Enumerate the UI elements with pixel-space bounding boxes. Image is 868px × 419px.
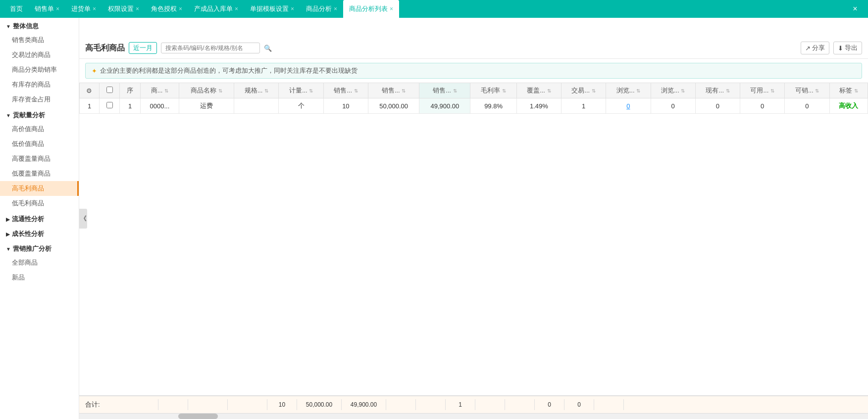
sidebar-item-low-coverage[interactable]: 低覆盖量商品	[0, 166, 79, 181]
cell-salecost: 49,900.00	[419, 98, 470, 114]
col-settings[interactable]: ⚙	[80, 83, 100, 98]
header-actions: ↗ 分享 ⬇ 导出	[801, 42, 862, 54]
sidebar-group-flow[interactable]: ▶ 流通性分析	[0, 211, 79, 226]
col-spec[interactable]: 规格... ⇅	[234, 83, 279, 98]
footer-empty1	[139, 399, 158, 410]
col-saleqty[interactable]: 销售... ⇅	[323, 83, 368, 98]
nav-analysis-close[interactable]: ×	[334, 5, 337, 12]
nav-template[interactable]: 单据模板设置 ×	[244, 0, 300, 18]
nav-template-close[interactable]: ×	[291, 5, 294, 12]
nav-sales-close[interactable]: ×	[56, 5, 59, 12]
col-code[interactable]: 商... ⇅	[140, 83, 179, 98]
col-salecost[interactable]: 销售... ⇅	[419, 83, 470, 98]
col-unit[interactable]: 计量... ⇅	[279, 83, 323, 98]
arrow-marketing: ▼	[6, 246, 11, 252]
sidebar-group-marketing[interactable]: ▼ 营销推广分析	[0, 240, 79, 255]
cell-spec	[234, 98, 279, 114]
cell-browse2: 0	[651, 98, 695, 114]
col-sale-stock[interactable]: 可销... ⇅	[785, 83, 829, 98]
sidebar-group-overall[interactable]: ▼ 整体信息	[0, 18, 79, 33]
search-button[interactable]: 🔍	[264, 44, 272, 52]
sidebar-item-new-goods[interactable]: 新品	[0, 270, 79, 285]
table-wrapper: ⚙ 序 商... ⇅ 商品名称 ⇅ 规格... ⇅ 计量... ⇅ 销售... …	[79, 83, 868, 395]
nav-permission[interactable]: 权限设置 ×	[102, 0, 145, 18]
bottom-scrollbar[interactable]	[79, 413, 868, 419]
data-table: ⚙ 序 商... ⇅ 商品名称 ⇅ 规格... ⇅ 计量... ⇅ 销售... …	[79, 83, 868, 114]
cell-browse1[interactable]: 0	[606, 98, 651, 114]
sidebar-collapse-btn[interactable]: 《	[79, 209, 87, 229]
sidebar-item-sales-goods[interactable]: 销售类商品	[0, 33, 79, 47]
footer-sale-stock	[594, 399, 624, 410]
sidebar-item-high-value[interactable]: 高价值商品	[0, 122, 79, 137]
footer-browse2	[505, 399, 535, 410]
sidebar-item-category-rate[interactable]: 商品分类助销率	[0, 62, 79, 77]
nav-home[interactable]: 首页	[4, 0, 29, 18]
nav-analysis-list-close[interactable]: ×	[390, 5, 393, 12]
cell-checkbox[interactable]	[99, 98, 119, 114]
sidebar-item-high-gross[interactable]: 高毛利商品	[0, 181, 79, 196]
cell-sale-stock: 0	[785, 98, 829, 114]
col-grossrate[interactable]: 毛利率 ⇅	[470, 83, 516, 98]
footer-avail-stock: 0	[564, 399, 594, 410]
nav-product-analysis[interactable]: 商品分析 ×	[300, 0, 343, 18]
sidebar-item-all-goods[interactable]: 全部商品	[0, 255, 79, 270]
footer-saleamt: 50,000.00	[297, 399, 342, 410]
footer-totals: 合计: 10 50,000.00 49,900.00 1 0 0	[79, 395, 868, 413]
export-button[interactable]: ⬇ 导出	[833, 42, 862, 54]
sidebar-item-high-coverage[interactable]: 高覆盖量商品	[0, 151, 79, 166]
nav-analysis-list[interactable]: 商品分析列表 ×	[343, 0, 399, 18]
export-icon: ⬇	[838, 45, 843, 52]
nav-role[interactable]: 角色授权 ×	[145, 0, 188, 18]
sidebar-item-stock-capital[interactable]: 库存资金占用	[0, 92, 79, 107]
info-icon: ✦	[92, 67, 97, 75]
col-tag[interactable]: 标签 ⇅	[829, 83, 868, 98]
sidebar-item-low-gross[interactable]: 低毛利商品	[0, 196, 79, 211]
nav-purchase[interactable]: 进货单 ×	[65, 0, 102, 18]
col-name[interactable]: 商品名称 ⇅	[179, 83, 234, 98]
nav-sales[interactable]: 销售单 ×	[29, 0, 65, 18]
nav-role-close[interactable]: ×	[179, 5, 182, 12]
page-title: 高毛利商品	[85, 43, 125, 53]
footer-salecost: 49,900.00	[342, 399, 386, 410]
sidebar-group-contribution[interactable]: ▼ 贡献量分析	[0, 107, 79, 122]
col-browse1[interactable]: 浏览... ⇅	[606, 83, 651, 98]
table-row: 1 1 0000... 运费 个 10 50,000.00 49,900.00 …	[80, 98, 868, 114]
col-current-stock[interactable]: 现有... ⇅	[695, 83, 740, 98]
sidebar-item-traded-goods[interactable]: 交易过的商品	[0, 47, 79, 62]
share-icon: ↗	[805, 45, 811, 52]
nav-product-in[interactable]: 产成品入库单 ×	[188, 0, 244, 18]
select-all-checkbox[interactable]	[106, 87, 113, 93]
sidebar: ▼ 整体信息 销售类商品 交易过的商品 商品分类助销率 有库存的商品 库存资金占…	[0, 18, 79, 419]
arrow-overall: ▼	[6, 24, 11, 29]
col-trade[interactable]: 交易... ⇅	[561, 83, 606, 98]
arrow-flow: ▶	[6, 217, 10, 222]
search-input[interactable]	[161, 43, 260, 53]
footer-label: 合计:	[79, 400, 139, 409]
sidebar-group-growth[interactable]: ▶ 成长性分析	[0, 226, 79, 240]
col-checkbox[interactable]	[99, 83, 119, 98]
cell-avail-stock: 0	[740, 98, 785, 114]
footer-empty4	[228, 399, 267, 410]
arrow-growth: ▶	[6, 232, 10, 237]
sidebar-item-low-value[interactable]: 低价值商品	[0, 137, 79, 151]
footer-saleqty: 10	[267, 399, 297, 410]
share-button[interactable]: ↗ 分享	[801, 42, 829, 54]
col-browse2[interactable]: 浏览... ⇅	[651, 83, 695, 98]
footer-empty3	[188, 399, 228, 410]
top-nav-right: ×	[846, 0, 864, 18]
cell-trade: 1	[561, 98, 606, 114]
nav-product-close[interactable]: ×	[235, 5, 238, 12]
col-avail-stock[interactable]: 可用... ⇅	[740, 83, 785, 98]
sidebar-item-in-stock[interactable]: 有库存的商品	[0, 77, 79, 92]
cell-saleqty: 10	[323, 98, 368, 114]
nav-purchase-close[interactable]: ×	[93, 5, 96, 12]
cell-tag: 高收入	[829, 98, 868, 114]
col-saleamt[interactable]: 销售... ⇅	[368, 83, 419, 98]
table-header-row: ⚙ 序 商... ⇅ 商品名称 ⇅ 规格... ⇅ 计量... ⇅ 销售... …	[80, 83, 868, 98]
period-btn-1month[interactable]: 近一月	[129, 42, 157, 54]
cell-current-stock: 0	[695, 98, 740, 114]
window-close-btn[interactable]: ×	[846, 0, 864, 18]
content-area: 《 高毛利商品 近一月 🔍 ↗ 分享 ⬇ 导出	[79, 18, 868, 419]
nav-permission-close[interactable]: ×	[136, 5, 139, 12]
col-coverage[interactable]: 覆盖... ⇅	[516, 83, 561, 98]
